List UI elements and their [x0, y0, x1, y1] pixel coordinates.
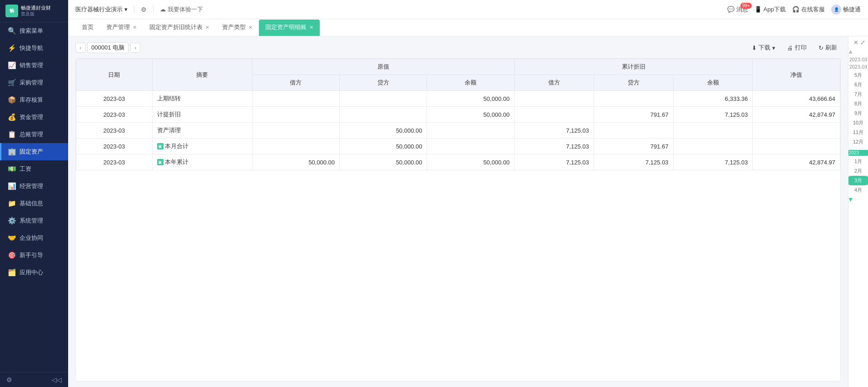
- sidebar-item-经营管理[interactable]: 📊经营管理: [0, 178, 68, 195]
- td-date: 2023-03: [76, 139, 153, 154]
- toolbar-actions: ⬇ 下载 ▾ 🖨 打印 ↻ 刷新: [748, 42, 841, 54]
- sidebar-item-资金管理[interactable]: 💰资金管理: [0, 109, 68, 126]
- td-orig-credit: 50,000.00: [339, 139, 427, 154]
- tab-close-icon[interactable]: ✕: [133, 25, 137, 30]
- company-selector[interactable]: 医疗器械行业演示 ▾: [75, 5, 128, 14]
- username: 畅捷通: [843, 5, 861, 14]
- messages-btn[interactable]: 💬 消息 99+: [727, 5, 748, 14]
- experience-btn[interactable]: ☁ 我要体验一下: [160, 5, 203, 14]
- sidebar-item-label: 库存核算: [20, 96, 43, 104]
- download-btn[interactable]: ⬇ 下载 ▾: [748, 42, 779, 54]
- sidebar-item-库存核算[interactable]: 📦库存核算: [0, 91, 68, 109]
- td-depr-credit: 791.67: [594, 107, 673, 123]
- sidebar-item-固定资产[interactable]: 🏢固定资产: [0, 143, 68, 160]
- sidebar-footer: ⚙ ◁◁: [0, 372, 68, 387]
- sidebar-logo: 畅 畅捷通好业财 普及版: [0, 0, 68, 22]
- print-icon: 🖨: [787, 45, 793, 51]
- tab-close-icon[interactable]: ✕: [309, 25, 313, 30]
- sidebar-icon: 🔍: [8, 27, 16, 35]
- tab-label: 资产类型: [222, 23, 246, 31]
- tab-资产类型[interactable]: 资产类型✕: [216, 20, 259, 36]
- td-summary: ▣ 本月合计: [152, 139, 252, 154]
- sidebar-icon: ⚡: [8, 44, 16, 52]
- sidebar-item-搜索菜单[interactable]: 🔍搜索菜单: [0, 22, 68, 40]
- expand-icon[interactable]: ⤢: [860, 39, 865, 46]
- th-original-value: 原值: [252, 59, 514, 75]
- app-name-block: 畅捷通好业财 普及版: [21, 5, 51, 17]
- tab-close-icon[interactable]: ✕: [205, 25, 209, 30]
- sidebar-item-label: 新手引导: [20, 251, 43, 259]
- sidebar-item-label: 系统管理: [20, 217, 43, 225]
- th-summary: 摘要: [152, 59, 252, 91]
- td-depr-debit: [514, 91, 594, 107]
- tab-固定资产明细账[interactable]: 固定资产明细账✕: [259, 20, 320, 36]
- close-icon[interactable]: ✕: [853, 39, 858, 46]
- month-item-above[interactable]: 6月: [848, 80, 868, 89]
- sidebar-item-label: 资金管理: [20, 113, 43, 121]
- sidebar-item-系统管理[interactable]: ⚙️系统管理: [0, 212, 68, 229]
- asset-prev-btn[interactable]: ‹: [75, 43, 85, 53]
- sidebar-icon: 💵: [8, 165, 16, 173]
- scroll-down-icon[interactable]: ▼: [848, 195, 868, 204]
- tab-首页[interactable]: 首页: [75, 20, 100, 36]
- sidebar-item-工资[interactable]: 💵工资: [0, 160, 68, 178]
- topbar-divider-2: [153, 6, 154, 13]
- settings-icon[interactable]: ⚙: [6, 376, 12, 383]
- month-item-above[interactable]: 9月: [848, 109, 868, 118]
- sidebar-icon: 📋: [8, 130, 16, 139]
- sidebar-item-快捷导航[interactable]: ⚡快捷导航: [0, 40, 68, 57]
- th-depr-debit: 借方: [514, 75, 594, 91]
- asset-next-btn[interactable]: ›: [130, 43, 140, 53]
- scroll-up-icon[interactable]: ▲: [848, 47, 868, 56]
- app-download-btn[interactable]: 📱 App下载: [754, 5, 786, 14]
- month-item-above[interactable]: 12月: [848, 137, 868, 147]
- current-year-badge: 2023: [848, 150, 868, 156]
- month-item-below[interactable]: 4月: [848, 185, 868, 195]
- sidebar-item-销售管理[interactable]: 📈销售管理: [0, 57, 68, 74]
- summary-icon: ▣: [157, 143, 164, 149]
- sidebar-icon: 📦: [8, 96, 16, 104]
- month-item-above[interactable]: 5月: [848, 70, 868, 80]
- user-menu[interactable]: 👤 畅捷通: [831, 5, 861, 15]
- td-date: 2023-03: [76, 154, 153, 170]
- month-item-below[interactable]: 3月: [848, 176, 868, 185]
- collapse-icon[interactable]: ◁◁: [52, 376, 62, 383]
- chevron-down-icon: ▾: [772, 45, 775, 51]
- td-orig-credit: 50,000.00: [339, 123, 427, 139]
- tab-close-icon[interactable]: ✕: [248, 25, 253, 30]
- sidebar-item-采购管理[interactable]: 🛒采购管理: [0, 74, 68, 91]
- td-summary: 上期结转: [152, 91, 252, 107]
- month-item-above[interactable]: 7月: [848, 89, 868, 99]
- chevron-down-icon: ▾: [124, 6, 128, 13]
- sidebar: 畅 畅捷通好业财 普及版 🔍搜索菜单⚡快捷导航📈销售管理🛒采购管理📦库存核算💰资…: [0, 0, 68, 387]
- month-item-above[interactable]: 10月: [848, 118, 868, 128]
- month-item-below[interactable]: 2月: [848, 166, 868, 176]
- panel-close-row: ✕ ⤢: [848, 39, 868, 46]
- settings-gear-icon[interactable]: ⚙: [141, 6, 147, 13]
- customer-service-btn[interactable]: 🎧 在线客服: [792, 5, 825, 14]
- sidebar-item-企业协同[interactable]: 🤝企业协同: [0, 229, 68, 247]
- sidebar-icon: 🎯: [8, 251, 16, 259]
- td-summary: ▣ 本年累计: [152, 154, 252, 170]
- tab-固定资产折旧统计表[interactable]: 固定资产折旧统计表✕: [143, 20, 216, 36]
- sidebar-item-总账管理[interactable]: 📋总账管理: [0, 126, 68, 143]
- sidebar-item-应用中心[interactable]: 🗂️应用中心: [0, 264, 68, 281]
- month-navigator: ▲2023.032023.035月6月7月8月9月10月11月12月20231月…: [848, 47, 868, 204]
- sidebar-icon: 💰: [8, 113, 16, 121]
- month-item-above[interactable]: 11月: [848, 128, 868, 137]
- month-item-below[interactable]: 1月: [848, 157, 868, 166]
- print-btn[interactable]: 🖨 打印: [784, 42, 810, 54]
- sidebar-item-新手引导[interactable]: 🎯新手引导: [0, 247, 68, 264]
- sidebar-item-label: 采购管理: [20, 79, 43, 87]
- month-item-above[interactable]: 8月: [848, 99, 868, 109]
- refresh-btn[interactable]: ↻ 刷新: [815, 42, 841, 54]
- td-depr-debit: [514, 107, 594, 123]
- table-wrap: 日期 摘要 原值 累计折旧 净值 借方 贷方 余额 借方 贷方 余额: [75, 58, 841, 382]
- td-orig-credit: 50,000.00: [339, 154, 427, 170]
- tab-资产管理[interactable]: 资产管理✕: [100, 20, 143, 36]
- sidebar-item-基础信息[interactable]: 📁基础信息: [0, 195, 68, 212]
- sidebar-item-label: 总账管理: [20, 130, 43, 139]
- app-name: 畅捷通好业财: [21, 5, 51, 11]
- td-orig-debit: [252, 91, 339, 107]
- sidebar-item-label: 搜索菜单: [20, 27, 43, 35]
